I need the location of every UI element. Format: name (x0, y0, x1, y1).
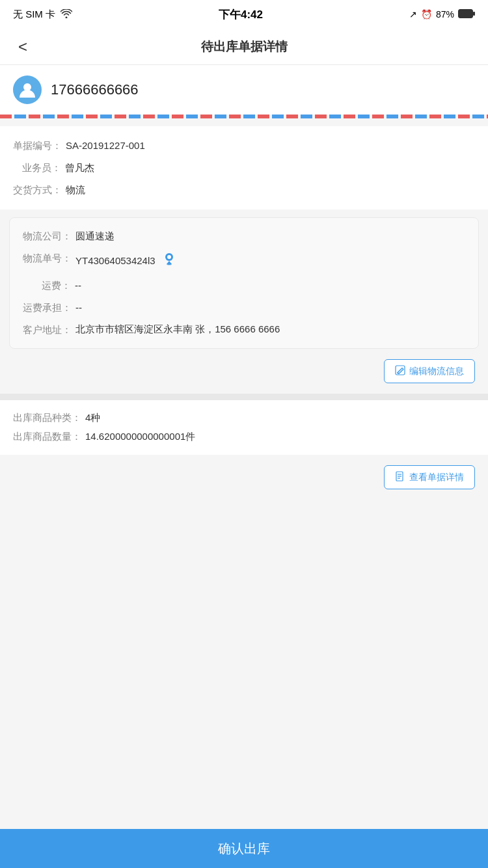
section-separator (0, 394, 488, 400)
order-number-row: 单据编号： SA-20191227-001 (13, 138, 475, 154)
location-status-icon: ↗ (409, 9, 417, 20)
confirm-btn-wrapper: 确认出库 (0, 829, 488, 868)
status-right: ↗ ⏰ 87% (409, 9, 475, 20)
freight-bear-label: 运费承担： (23, 300, 75, 316)
freight-label: 运费： (23, 278, 75, 293)
salesman-row: 业务员： 曾凡杰 (13, 160, 475, 176)
delivery-row: 交货方式： 物流 (13, 182, 475, 198)
goods-quantity-value: 14.6200000000000001件 (85, 431, 195, 443)
order-number-value: SA-20191227-001 (66, 138, 475, 154)
address-row: 客户地址： 北京市市辖区海淀区永丰南 张，156 6666 6666 (23, 322, 465, 338)
page-title: 待出库单据详情 (201, 38, 288, 55)
edit-btn-row: 编辑物流信息 (0, 351, 488, 383)
customer-header: 17666666666 (0, 65, 488, 115)
edit-logistics-button[interactable]: 编辑物流信息 (384, 359, 475, 383)
nav-bar: < 待出库单据详情 (0, 29, 488, 65)
address-label: 客户地址： (23, 322, 75, 338)
goods-quantity-label: 出库商品数量： (13, 431, 85, 443)
battery-text: 87% (436, 9, 454, 20)
document-icon (395, 471, 405, 483)
logistics-company-label: 物流公司： (23, 228, 75, 244)
salesman-label: 业务员： (13, 160, 65, 176)
delivery-label: 交货方式： (13, 182, 66, 198)
svg-rect-2 (473, 12, 475, 16)
logistics-card: 物流公司： 圆通速递 物流单号： YT43064053424l3 运费： -- … (9, 217, 479, 349)
logistics-tracking-row: 物流单号： YT43064053424l3 (23, 251, 465, 271)
map-location-icon[interactable] (162, 251, 176, 271)
status-left: 无 SIM 卡 (13, 8, 72, 21)
freight-value: -- (75, 278, 465, 293)
order-number-label: 单据编号： (13, 138, 66, 154)
goods-types-row: 出库商品种类： 4种 (13, 412, 475, 424)
confirm-btn-label: 确认出库 (218, 840, 270, 858)
delivery-value: 物流 (66, 182, 475, 198)
freight-bear-row: 运费承担： -- (23, 300, 465, 316)
goods-section: 出库商品种类： 4种 出库商品数量： 14.6200000000000001件 (0, 400, 488, 455)
logistics-tracking-label: 物流单号： (23, 251, 75, 266)
avatar (13, 75, 42, 104)
edit-logistics-label: 编辑物流信息 (409, 366, 464, 377)
freight-bear-value: -- (75, 300, 465, 316)
alarm-icon: ⏰ (421, 9, 432, 20)
back-button[interactable]: < (13, 33, 33, 61)
view-detail-button[interactable]: 查看单据详情 (384, 465, 475, 489)
goods-types-label: 出库商品种类： (13, 412, 85, 424)
logistics-tracking-value: YT43064053424l3 (75, 251, 465, 271)
customer-phone: 17666666666 (51, 81, 139, 98)
salesman-value: 曾凡杰 (65, 160, 475, 176)
logistics-company-value: 圆通速递 (75, 228, 465, 244)
wifi-icon (61, 9, 72, 20)
dashed-divider (0, 115, 488, 118)
goods-quantity-row: 出库商品数量： 14.6200000000000001件 (13, 431, 475, 443)
edit-icon (395, 365, 405, 377)
svg-point-5 (167, 255, 171, 259)
freight-row: 运费： -- (23, 278, 465, 293)
goods-types-value: 4种 (85, 412, 100, 424)
logistics-company-row: 物流公司： 圆通速递 (23, 228, 465, 244)
confirm-outbound-button[interactable]: 确认出库 (0, 829, 488, 868)
svg-rect-1 (459, 10, 471, 17)
view-detail-label: 查看单据详情 (409, 472, 464, 483)
view-btn-row: 查看单据详情 (0, 457, 488, 489)
status-time: 下午4:42 (219, 7, 263, 22)
order-info-section: 单据编号： SA-20191227-001 业务员： 曾凡杰 交货方式： 物流 (0, 126, 488, 210)
battery-icon (458, 9, 475, 20)
address-value: 北京市市辖区海淀区永丰南 张，156 6666 6666 (75, 322, 465, 337)
bottom-spacer (0, 489, 488, 645)
status-bar: 无 SIM 卡 下午4:42 ↗ ⏰ 87% (0, 0, 488, 29)
carrier-text: 无 SIM 卡 (13, 8, 55, 21)
